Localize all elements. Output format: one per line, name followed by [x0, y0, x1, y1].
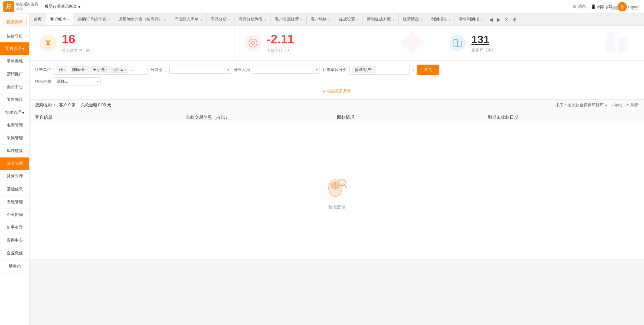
- tab-home[interactable]: 首页: [30, 13, 46, 25]
- svg-rect-1: [454, 39, 457, 47]
- tab-next-button[interactable]: ▶: [495, 13, 503, 25]
- sidebar-item-basic-info[interactable]: 基础信息: [0, 183, 29, 196]
- table-container: 客户信息 欠款交易信息（占比） 回款情况 到期未收款日期: [30, 111, 644, 259]
- category-label: 往来单位分类: [323, 67, 347, 73]
- tab-product-analysis[interactable]: 商品分析 ×: [207, 13, 234, 25]
- stat-info-total: 131 总客户（家）: [471, 33, 496, 53]
- tag-cjttcw-close[interactable]: ×: [124, 68, 126, 72]
- export-button[interactable]: ↑ 导出: [611, 102, 622, 108]
- account-selector-text: 母婴行业演示帐套: [45, 4, 77, 9]
- sidebar-search-area: 搜索菜单: [0, 13, 29, 31]
- message-icon: ✉: [573, 4, 576, 9]
- sidebar-item-operations[interactable]: 经营管理: [0, 170, 29, 183]
- tab-customer-contact-close[interactable]: ×: [328, 17, 330, 22]
- tab-operations-close[interactable]: ×: [420, 17, 422, 22]
- category-tag-input[interactable]: 普通客户 ×: [349, 65, 410, 75]
- category-select-wrapper: ▾: [413, 67, 414, 72]
- sidebar-item-inventory[interactable]: 库存核算: [0, 145, 29, 157]
- sidebar-item-ecommerce[interactable]: 电商管理: [0, 119, 29, 132]
- stat-label-total: 总客户（家）: [471, 47, 496, 53]
- tab-profit-report-label: 利润报告: [431, 16, 447, 22]
- quick-nav-button[interactable]: 快捷导航: [0, 31, 29, 42]
- collapse-button[interactable]: ∧ 收起更多条件: [323, 88, 351, 94]
- tab-commission-settings[interactable]: 提成设置 ×: [335, 13, 363, 25]
- refresh-label: 刷新: [631, 102, 639, 108]
- tag-wu-close[interactable]: ×: [64, 68, 66, 72]
- tab-customer-ledger-close[interactable]: ×: [68, 17, 70, 22]
- person-clear-btn[interactable]: ···: [309, 68, 312, 72]
- tab-prev-button[interactable]: ◀: [487, 13, 495, 25]
- account-selector-arrow: ▾: [78, 4, 80, 9]
- sidebar-item-member-center[interactable]: 会员中心: [0, 81, 29, 94]
- messages-button[interactable]: ✉ 消息: [573, 4, 586, 9]
- tab-expand-button[interactable]: ⊞: [510, 13, 519, 25]
- stat-info-customers: 16 总欠款客户（家）: [62, 32, 94, 53]
- tab-new-commission-close[interactable]: ×: [392, 17, 394, 22]
- tag-chenminqiang-close[interactable]: ×: [85, 68, 87, 72]
- tab-commission-settings-close[interactable]: ×: [356, 17, 358, 22]
- sidebar-item-app-center[interactable]: 应用中心: [0, 234, 29, 247]
- sidebar-item-enterprise-collab[interactable]: 企业协同: [0, 209, 29, 221]
- balance-select-wrapper: 选择... ▾: [54, 77, 101, 85]
- tab-customer-tier-close[interactable]: ×: [300, 17, 302, 22]
- refresh-button[interactable]: ↻ 刷新: [626, 102, 639, 108]
- sidebar-item-chang-member[interactable]: 畅会员: [0, 260, 29, 273]
- tab-product-inbound[interactable]: 产成品入库单 ×: [170, 13, 206, 25]
- more-tags-btn[interactable]: ...: [130, 67, 133, 72]
- results-amount: 0.00: [98, 103, 106, 107]
- tab-purchase-order-close[interactable]: ×: [108, 17, 110, 22]
- search-menu-button[interactable]: 搜索菜单: [3, 17, 27, 27]
- sidebar-item-new-guide[interactable]: 新手引导: [0, 221, 29, 234]
- sidebar-item-wholesale-mgmt[interactable]: 批发管理 ▾: [0, 106, 29, 119]
- tab-purchase-order-stats[interactable]: 采购订单统计表 ×: [74, 13, 114, 25]
- tag-wangxiaoliang-close[interactable]: ×: [105, 68, 108, 72]
- tab-new-commission[interactable]: 新增提成方案 ×: [363, 13, 399, 25]
- tag-normal-customer-close[interactable]: ×: [372, 68, 374, 72]
- tab-purchase-stats-product[interactable]: 进货单统计表（按商品） ×: [114, 13, 170, 25]
- sidebar-item-enterprise-wechat[interactable]: 企业微信: [0, 247, 29, 260]
- filters-area: 往来单位 伍 × 陈民强 × 王小亮 ×: [30, 61, 644, 100]
- sidebar-item-purchase-mgmt[interactable]: 采购管理: [0, 132, 29, 145]
- sidebar-item-retail-mgmt[interactable]: 零售管理 ▾: [0, 42, 29, 55]
- sidebar-item-retail-mall[interactable]: 零售商城: [0, 55, 29, 68]
- sidebar-item-finance[interactable]: 资金管理: [0, 157, 29, 170]
- tab-operations[interactable]: 经营情况 ×: [399, 13, 427, 25]
- tab-product-analysis-close[interactable]: ×: [228, 17, 230, 22]
- sidebar-item-retail-stats[interactable]: 零售统计: [0, 94, 29, 106]
- col-repayment: 回款情况: [337, 114, 488, 120]
- col-customer-info: 客户信息: [35, 114, 186, 120]
- sort-select[interactable]: 排序：按欠款金额倒序排序 ▾: [555, 102, 607, 108]
- wholesale-arrow-icon: ▾: [22, 110, 24, 115]
- query-button[interactable]: 查询: [417, 65, 439, 75]
- tab-profit-report[interactable]: 利润报告 ×: [427, 13, 455, 25]
- tab-purchase-stats-product-close[interactable]: ×: [164, 17, 166, 22]
- tab-customer-ledger-label: 客户账本: [50, 16, 66, 22]
- tab-product-analysis-list-close[interactable]: ×: [264, 17, 266, 22]
- unit-tag-input[interactable]: 伍 × 陈民强 × 王小亮 × cjttcw ×: [54, 65, 148, 75]
- tab-product-analysis-list[interactable]: 商品分析列表 ×: [234, 13, 270, 25]
- tab-close-all-button[interactable]: ✕: [503, 13, 510, 25]
- logo-text: 畅捷通好生意: [16, 2, 38, 6]
- stat-card-amount: -2.11 欠款合计（万）: [234, 26, 439, 60]
- tab-product-inbound-close[interactable]: ×: [200, 17, 202, 22]
- balance-select[interactable]: 选择...: [54, 77, 101, 85]
- content-area: 首页 客户账本 × 采购订单统计表 × 进货单统计表（按商品） × 产成品入库单…: [30, 13, 644, 325]
- svg-rect-4: [618, 37, 628, 52]
- app-icon: 📱: [591, 4, 596, 9]
- sidebar-item-system-mgmt[interactable]: 系统管理: [0, 196, 29, 209]
- sort-label: 排序：按欠款金额倒序排序: [555, 102, 604, 108]
- dept-clear-btn[interactable]: ···: [220, 68, 223, 72]
- dept-label: 分管部门: [151, 67, 167, 73]
- svg-rect-3: [606, 32, 615, 52]
- tab-retail-profit[interactable]: 零售利润报 ×: [455, 13, 487, 25]
- tab-customer-tier[interactable]: 客户分层经营 ×: [271, 13, 307, 25]
- results-count: 0: [68, 103, 71, 107]
- sidebar-item-marketing[interactable]: 营销推广: [0, 68, 29, 81]
- tag-wu: 伍 ×: [57, 66, 68, 73]
- tab-profit-report-close[interactable]: ×: [448, 17, 450, 22]
- tab-customer-contact[interactable]: 客户联络 ×: [307, 13, 335, 25]
- tab-retail-profit-close[interactable]: ×: [480, 17, 482, 22]
- account-selector[interactable]: 母婴行业演示帐套 ▾: [41, 2, 84, 11]
- tab-customer-ledger[interactable]: 客户账本 ×: [46, 13, 74, 25]
- main-layout: 搜索菜单 快捷导航 零售管理 ▾ 零售商城 营销推广 会员中心 零售统计 批发管…: [0, 13, 644, 325]
